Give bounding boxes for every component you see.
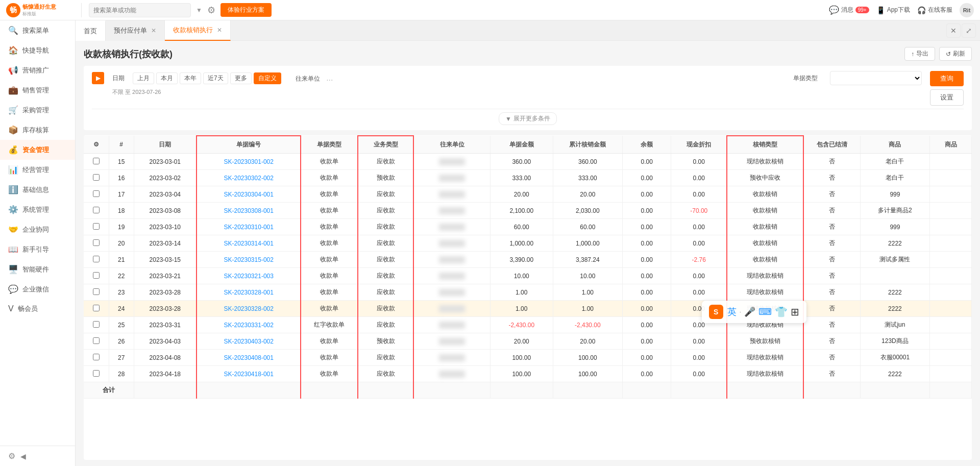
filter-expand-arrow[interactable]: ▶ — [92, 72, 104, 84]
doc-no-link[interactable]: SK-20230315-002 — [224, 256, 273, 263]
this-month-btn[interactable]: 本月 — [156, 72, 178, 84]
wm-icon-4[interactable]: 👕 — [775, 306, 788, 318]
wm-icon-1[interactable]: 英 — [727, 306, 737, 318]
query-btn[interactable]: 查询 — [930, 71, 964, 86]
table-row: 21 2023-03-15 SK-20230315-002 收款单 应收款 ██… — [84, 252, 972, 268]
more-date-btn[interactable]: 更多 — [230, 72, 252, 84]
last-month-btn[interactable]: 上月 — [133, 72, 154, 84]
cell-checkbox[interactable] — [84, 219, 109, 235]
doc-no-link[interactable]: SK-20230302-002 — [224, 175, 273, 182]
sidebar-item-wechat[interactable]: 💬企业微信 — [0, 279, 75, 299]
tab-home[interactable]: 首页 — [76, 20, 106, 41]
industry-btn[interactable]: 体验行业方案 — [220, 3, 272, 17]
wm-icon-3[interactable]: ⌨ — [758, 306, 772, 317]
tab-close-all-btn[interactable]: ✕ — [946, 23, 961, 38]
tab-prepay[interactable]: 预付应付单 ✕ — [106, 20, 165, 41]
cell-doc-type: 收款单 — [301, 350, 358, 366]
sidebar-label-basic: 基础信息 — [22, 185, 49, 194]
message-btn[interactable]: 💬 消息 99+ — [829, 5, 869, 15]
expand-conditions-btn[interactable]: ▼ 展开更多条件 — [499, 112, 557, 125]
cell-checkbox[interactable] — [84, 154, 109, 170]
sidebar-item-member[interactable]: V畅会员 — [0, 299, 75, 318]
sidebar-item-search[interactable]: 🔍搜索菜单 — [0, 20, 75, 40]
sidebar-item-marketing[interactable]: 📢营销推广 — [0, 60, 75, 80]
tab-close-prepay[interactable]: ✕ — [151, 27, 156, 34]
doc-no-link[interactable]: SK-20230314-001 — [224, 240, 273, 247]
sidebar-item-system[interactable]: ⚙️系统管理 — [0, 200, 75, 219]
refresh-btn[interactable]: ↺ 刷新 — [939, 47, 972, 61]
cell-checkbox[interactable] — [84, 235, 109, 252]
cell-checkbox[interactable] — [84, 317, 109, 333]
tab-collection[interactable]: 收款核销执行 ✕ — [165, 20, 231, 41]
this-year-btn[interactable]: 本年 — [180, 72, 201, 84]
cell-include-settled: 否 — [803, 154, 860, 170]
cell-checkbox[interactable] — [84, 284, 109, 301]
doc-no-link[interactable]: SK-20230328-001 — [224, 289, 273, 296]
app-download-btn[interactable]: 📱 App下载 — [876, 6, 910, 14]
receipt-type-select[interactable] — [830, 71, 922, 85]
cell-doc-type: 红字收款单 — [301, 317, 358, 333]
table-row: 16 2023-03-02 SK-20230302-002 收款单 预收款 ██… — [84, 170, 972, 186]
total-amount — [490, 382, 553, 399]
sidebar-item-purchase[interactable]: 🛒采购管理 — [0, 100, 75, 120]
doc-no-link[interactable]: SK-20230408-001 — [224, 354, 273, 361]
cell-checkbox[interactable] — [84, 350, 109, 366]
column-settings-icon[interactable]: ⚙ — [93, 141, 99, 148]
cell-checkbox[interactable] — [84, 301, 109, 317]
data-table: ⚙ # 日期 单据编号 单据类型 业务类型 往来单位 单据金额 累计核销金额 — [84, 135, 972, 399]
user-avatar[interactable]: Rit — [960, 3, 974, 17]
cell-partner: ██████ — [413, 366, 490, 382]
sidebar-item-basic[interactable]: ℹ️基础信息 — [0, 180, 75, 200]
cell-amount: 1.00 — [490, 284, 553, 301]
cell-checkbox[interactable] — [84, 203, 109, 219]
wm-icon-5[interactable]: ⊞ — [791, 306, 799, 318]
sidebar-item-inventory[interactable]: 📦库存核算 — [0, 120, 75, 140]
gear-icon[interactable]: ⚙ — [207, 5, 215, 16]
filter-right-actions: 查询 设置 — [930, 71, 964, 106]
sidebar-icon-system: ⚙️ — [8, 205, 18, 214]
doc-no-link[interactable]: SK-20230304-001 — [224, 191, 273, 198]
online-service-btn[interactable]: 🎧 在线客服 — [917, 6, 952, 14]
sidebar-item-nav[interactable]: 🏠快捷导航 — [0, 40, 75, 60]
tab-expand-btn[interactable]: ⤢ — [962, 23, 976, 38]
cell-checkbox[interactable] — [84, 170, 109, 186]
doc-no-link[interactable]: SK-20230418-001 — [224, 371, 273, 378]
cell-checkbox[interactable] — [84, 268, 109, 284]
sidebar-item-corp[interactable]: 🤝企业协同 — [0, 219, 75, 239]
cell-amount: 3,390.00 — [490, 252, 553, 268]
sidebar-item-guide[interactable]: 📖新手引导 — [0, 239, 75, 259]
custom-date-btn[interactable]: 自定义 — [254, 72, 281, 84]
setting-btn[interactable]: 设置 — [930, 89, 964, 106]
table-row: 28 2023-04-18 SK-20230418-001 收款单 应收款 ██… — [84, 366, 972, 382]
cell-checkbox[interactable] — [84, 333, 109, 350]
tab-close-collection[interactable]: ✕ — [217, 27, 222, 34]
nav-search-input[interactable] — [89, 3, 191, 17]
sidebar-collapse-icon[interactable]: ◀ — [20, 452, 26, 460]
nav-dropdown-icon[interactable]: ▼ — [196, 7, 202, 14]
sidebar-item-hardware[interactable]: 🖥️智能硬件 — [0, 259, 75, 279]
sidebar-settings-icon[interactable]: ⚙ — [8, 451, 15, 461]
doc-no-link[interactable]: SK-20230328-002 — [224, 305, 273, 312]
th-settings[interactable]: ⚙ — [84, 136, 109, 154]
doc-no-link[interactable]: SK-20230301-002 — [224, 158, 273, 165]
cell-no: 19 — [109, 219, 134, 235]
doc-no-link[interactable]: SK-20230403-002 — [224, 338, 273, 345]
table-container[interactable]: ⚙ # 日期 单据编号 单据类型 业务类型 往来单位 单据金额 累计核销金额 — [84, 135, 972, 460]
sidebar-item-operation[interactable]: 📊经营管理 — [0, 160, 75, 180]
sidebar-item-sales[interactable]: 💼销售管理 — [0, 80, 75, 100]
cell-checkbox[interactable] — [84, 366, 109, 382]
cell-discount: 0.00 — [671, 268, 727, 284]
cell-checkbox[interactable] — [84, 252, 109, 268]
doc-no-link[interactable]: SK-20230308-001 — [224, 207, 273, 214]
sidebar-item-finance[interactable]: 💰资金管理 — [0, 140, 75, 160]
cell-checkbox[interactable] — [84, 186, 109, 203]
doc-no-link[interactable]: SK-20230331-002 — [224, 322, 273, 329]
doc-no-link[interactable]: SK-20230321-003 — [224, 273, 273, 280]
last7days-btn[interactable]: 近7天 — [203, 72, 228, 84]
sidebar-label-member: 畅会员 — [18, 304, 38, 313]
doc-no-link[interactable]: SK-20230310-001 — [224, 224, 273, 231]
cell-accumulated: 20.00 — [553, 333, 622, 350]
wm-icon-2[interactable]: 🎤 — [744, 306, 755, 317]
sidebar-label-inventory: 库存核算 — [22, 126, 49, 135]
export-btn[interactable]: ↑ 导出 — [904, 47, 935, 61]
